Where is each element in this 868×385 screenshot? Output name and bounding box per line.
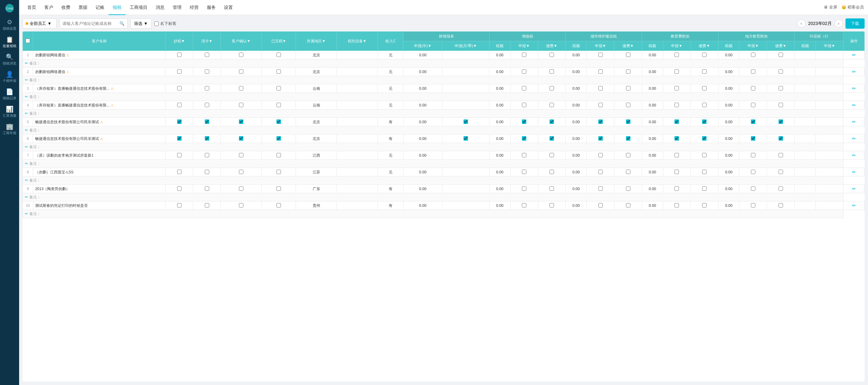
col-chaoshui: 抄税▼	[166, 32, 193, 51]
remark-edit-icon: ✏	[25, 161, 28, 166]
app-logo: CANI	[0, 0, 19, 16]
nav-manage[interactable]: 管理	[169, 0, 186, 15]
batch-icon: 📋	[6, 37, 13, 43]
zz-amount: 0.00	[489, 134, 510, 143]
record-icon: 📄	[6, 89, 13, 95]
search-box[interactable]: 🔍	[59, 18, 128, 29]
table-row: 6畅捷通信息技术股份有限公司民非测试 ⚠北京 有0.000.000.000.00…	[23, 134, 865, 143]
remark-row: ✏备注：	[23, 59, 865, 68]
nav-customer[interactable]: 客户	[40, 0, 57, 15]
tax-value: 0.00	[403, 51, 442, 59]
col-group-jiaoyu: 教育费附加	[642, 32, 718, 41]
zz-amount: 0.00	[489, 168, 510, 176]
fullscreen-btn[interactable]: 🖥 全屏	[824, 4, 837, 10]
sidebar-item-liulan[interactable]: 🔍 报税浏览	[0, 51, 19, 69]
nav-business[interactable]: 工商项目	[126, 0, 152, 15]
edit-icon[interactable]: ✏	[852, 86, 856, 91]
client-name: （原）误删勿改李袍牙测试所套新1	[33, 151, 166, 160]
jy-amount: 0.00	[642, 101, 663, 110]
edit-icon[interactable]: ✏	[852, 153, 856, 158]
nav-message[interactable]: 消息	[152, 0, 169, 15]
download-button[interactable]: 下载	[845, 18, 865, 29]
table-row: 2勿删新锐网络通信 ⚠北京 元0.00 0.000.000.000.00 ✏	[23, 68, 865, 76]
nav-fee[interactable]: 收费	[57, 0, 74, 15]
nav-invoice[interactable]: 票据	[74, 0, 91, 15]
nav-bookkeeping[interactable]: 记账	[91, 0, 109, 15]
edit-icon[interactable]: ✏	[852, 203, 856, 208]
col-device: 税控设备▼	[337, 32, 378, 51]
remark-cell: ✏备注：	[23, 76, 843, 84]
col-group-chengshi: 城市维护建设税	[566, 32, 642, 41]
col-caiwu-month: 申报(月/季)▼	[442, 41, 489, 51]
label-checkbox[interactable]	[154, 22, 159, 26]
member-btn[interactable]: 👑 稻客会员	[841, 4, 864, 10]
col-caiwu-year: 申报(年)▼	[403, 41, 442, 51]
label-list-checkbox[interactable]: 名下标客	[154, 21, 176, 27]
edit-icon[interactable]: ✏	[852, 186, 856, 191]
employee-select[interactable]: 全部员工 ▼	[23, 18, 57, 29]
remark-cell: ✏备注：	[23, 126, 843, 134]
edit-icon[interactable]: ✏	[852, 136, 856, 141]
client-name: （库存核算）直播畅捷通信息技术股份有限... ⚠	[33, 84, 166, 93]
df-amount: 0.00	[718, 51, 739, 59]
sidebar-item-nianbao[interactable]: 🏢 工商年报	[0, 121, 19, 138]
next-page-btn[interactable]: ›	[835, 19, 843, 28]
col-wanshui: 已完税▼	[261, 32, 296, 51]
df-amount: 0.00	[718, 68, 739, 76]
action-cell: ✏	[843, 185, 865, 193]
zz-amount: 0.00	[489, 185, 510, 193]
col-zz-declare: 申报▼	[510, 41, 538, 51]
search-input[interactable]	[62, 21, 118, 26]
remark-row: ✏备注：	[23, 193, 865, 201]
sidebar-item-huisuan[interactable]: 📊 汇算清缴	[0, 103, 19, 121]
col-group-difang: 地方教育附加	[718, 32, 795, 41]
sidebar-item-geshui[interactable]: 👤 个税申报	[0, 69, 19, 86]
df-amount: 0.00	[718, 151, 739, 160]
zz-amount: 0.00	[489, 101, 510, 110]
edit-icon[interactable]: ✏	[852, 169, 856, 175]
sidebar-item-jilu[interactable]: 📄 报税记录	[0, 86, 19, 103]
tax-value: 0.00	[403, 185, 442, 193]
nav-tax[interactable]: 报税	[109, 0, 126, 15]
edit-icon[interactable]: ✏	[852, 52, 856, 58]
sidebar-item-piliang[interactable]: 📋 批量报税	[0, 34, 19, 51]
zz-amount: 0.00	[489, 151, 510, 160]
remark-cell: ✏备注：	[23, 110, 843, 118]
search-icon: 🔍	[119, 21, 125, 26]
df-amount: 0.00	[718, 168, 739, 176]
content: 全部员工 ▼ 🔍 筛选 ▼ 名下标客 ‹ 2023年02月 › 下载	[19, 15, 868, 385]
col-df-declare: 申报▼	[739, 41, 767, 51]
zz-amount: 0.00	[489, 201, 510, 210]
tax-value: 0.00	[403, 68, 442, 76]
region: 北京	[296, 51, 337, 59]
edit-icon[interactable]: ✏	[852, 102, 856, 108]
cs-amount: 0.00	[566, 118, 587, 126]
main-table: 客户名称 抄税▼ 清卡▼ 客户确认▼ 已完税▼ 所属地区▼ 税控设备▼ 收入C …	[23, 31, 865, 218]
remark-edit-icon: ✏	[25, 195, 28, 199]
sidebar-item-baoshuishezhi[interactable]: ⚙ 报税设置	[0, 16, 19, 34]
client-name: 畅捷通信息技术股份有限公司民非测试 ⚠	[33, 118, 166, 126]
income: 元	[378, 51, 403, 59]
remark-row: ✏备注：	[23, 160, 865, 168]
table-row: 8（勿删）江西股宝-LSS江苏 元0.00 0.000.000.000.00 ✏	[23, 168, 865, 176]
cs-amount: 0.00	[566, 201, 587, 210]
select-all-checkbox[interactable]	[26, 39, 30, 43]
nav-settings[interactable]: 设置	[220, 0, 237, 15]
dropdown-icon: ▼	[47, 21, 52, 26]
col-cs-amount: 税额	[566, 41, 587, 51]
action-cell: ✏	[843, 118, 865, 126]
edit-icon[interactable]: ✏	[852, 119, 856, 125]
df-amount: 0.00	[718, 201, 739, 210]
filter-button[interactable]: 筛选 ▼	[130, 18, 152, 29]
nav-operate[interactable]: 经营	[186, 0, 203, 15]
nav-service[interactable]: 服务	[203, 0, 220, 15]
nav-home[interactable]: 首页	[23, 0, 40, 15]
df-amount: 0.00	[718, 84, 739, 93]
region: 江西	[296, 151, 337, 160]
remark-cell: ✏备注：	[23, 143, 843, 151]
edit-icon[interactable]: ✏	[852, 69, 856, 74]
col-client-name: 客户名称	[33, 32, 166, 51]
tax-value: 0.00	[403, 151, 442, 160]
col-yh-amount: 税额	[795, 41, 816, 51]
prev-page-btn[interactable]: ‹	[797, 19, 806, 28]
